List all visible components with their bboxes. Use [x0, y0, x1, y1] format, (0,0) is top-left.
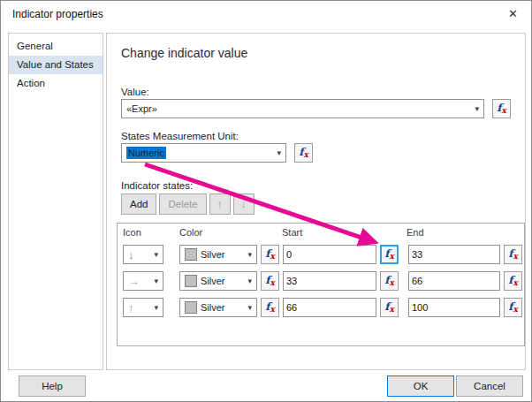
fx-letter-x: x	[513, 306, 517, 314]
fx-letter-x: x	[513, 279, 517, 287]
arrow-right-icon: →	[128, 276, 140, 287]
color-dropdown[interactable]: Silver ▾	[179, 271, 257, 291]
fx-letter-x: x	[389, 306, 393, 314]
indicator-properties-dialog: Indicator properties ✕ General Value and…	[0, 0, 532, 402]
arrow-up-icon: ↑	[128, 302, 134, 314]
chevron-down-icon: ▾	[272, 148, 281, 157]
chevron-down-icon: ▾	[149, 250, 158, 259]
color-swatch	[185, 301, 197, 314]
fx-letter-x: x	[270, 306, 274, 314]
fx-letter-x: x	[513, 253, 517, 261]
end-fx-button[interactable]: fx	[504, 245, 522, 264]
value-text: «Expr»	[126, 103, 157, 114]
table-row: → ▾ Silver ▾ fx fx fx	[123, 271, 524, 291]
sidebar-item-value-and-states[interactable]: Value and States	[9, 56, 103, 74]
start-input[interactable]	[283, 245, 376, 264]
color-dropdown[interactable]: Silver ▾	[179, 245, 257, 264]
fx-letter-x: x	[389, 253, 393, 261]
fx-icon: fx	[384, 275, 394, 287]
fx-letter-x: x	[270, 253, 274, 261]
grid-header-row: Icon Color Start End	[123, 227, 524, 238]
value-fx-button[interactable]: fx	[492, 99, 511, 118]
color-fx-button[interactable]: fx	[261, 298, 279, 317]
start-fx-button[interactable]: fx	[380, 245, 399, 264]
fx-letter-x: x	[501, 107, 505, 115]
column-header-color: Color	[179, 227, 282, 238]
cancel-button[interactable]: Cancel	[456, 375, 523, 397]
page-title: Change indicator value	[121, 46, 247, 60]
fx-icon: fx	[265, 301, 275, 314]
fx-letter-x: x	[389, 279, 393, 287]
table-row: ↑ ▾ Silver ▾ fx fx fx	[123, 298, 524, 317]
color-name: Silver	[201, 302, 225, 313]
table-row: ↓ ▾ Silver ▾ fx fx fx	[123, 245, 524, 264]
chevron-down-icon: ▾	[149, 277, 158, 285]
start-input[interactable]	[283, 298, 376, 317]
fx-icon: fx	[265, 248, 275, 261]
column-header-icon: Icon	[123, 227, 179, 238]
color-name: Silver	[201, 249, 225, 260]
fx-icon: fx	[265, 275, 275, 287]
fx-letter-x: x	[303, 151, 308, 159]
title-bar: Indicator properties ✕	[1, 1, 531, 27]
move-up-button[interactable]: ↑	[209, 193, 231, 215]
arrow-down-icon: ↓	[128, 249, 134, 261]
icon-dropdown[interactable]: ↑ ▾	[123, 298, 163, 317]
chevron-down-icon: ▾	[243, 277, 252, 285]
add-button[interactable]: Add	[121, 193, 156, 215]
unit-combobox[interactable]: Numeric ▾	[121, 143, 286, 163]
delete-button[interactable]: Delete	[159, 193, 206, 215]
help-button[interactable]: Help	[19, 375, 86, 397]
chevron-down-icon: ▾	[243, 250, 252, 259]
end-input[interactable]	[408, 245, 500, 264]
start-fx-button[interactable]: fx	[380, 298, 399, 317]
fx-icon: fx	[497, 102, 506, 115]
start-input[interactable]	[283, 271, 376, 291]
start-fx-button[interactable]: fx	[380, 271, 399, 291]
color-name: Silver	[201, 276, 225, 286]
states-toolbar: Add Delete ↑ ↓	[121, 193, 257, 215]
indicator-states-grid: Icon Color Start End ↓ ▾ Silver ▾ fx fx	[117, 223, 525, 346]
chevron-down-icon: ▾	[243, 303, 252, 312]
main-panel: Change indicator value Value: «Expr» ▾ f…	[106, 33, 526, 370]
color-dropdown[interactable]: Silver ▾	[179, 298, 257, 317]
chevron-down-icon: ▾	[149, 303, 158, 312]
fx-icon: fx	[384, 301, 394, 314]
column-header-start: Start	[282, 227, 407, 238]
fx-icon: fx	[508, 248, 518, 261]
sidebar-item-action[interactable]: Action	[9, 74, 103, 93]
value-label: Value:	[121, 87, 149, 97]
end-input[interactable]	[408, 298, 500, 317]
sidebar: General Value and States Action	[8, 33, 103, 370]
fx-letter-x: x	[270, 279, 274, 287]
sidebar-item-general[interactable]: General	[9, 37, 103, 56]
unit-label: States Measurement Unit:	[121, 131, 239, 141]
dialog-title: Indicator properties	[12, 8, 103, 20]
fx-icon: fx	[384, 248, 394, 261]
ok-button[interactable]: OK	[387, 375, 454, 397]
indicator-states-label: Indicator states:	[121, 180, 193, 191]
arrow-up-icon: ↑	[217, 199, 223, 209]
icon-dropdown[interactable]: ↓ ▾	[123, 245, 163, 264]
color-swatch	[185, 275, 197, 287]
fx-icon: fx	[299, 147, 308, 159]
close-icon[interactable]: ✕	[508, 7, 518, 20]
chevron-down-icon: ▾	[470, 104, 479, 113]
fx-icon: fx	[508, 301, 518, 314]
value-combobox[interactable]: «Expr» ▾	[121, 99, 484, 118]
color-fx-button[interactable]: fx	[261, 245, 279, 264]
arrow-down-icon: ↓	[241, 199, 247, 209]
fx-icon: fx	[508, 275, 518, 287]
color-fx-button[interactable]: fx	[261, 271, 279, 291]
end-input[interactable]	[408, 271, 500, 291]
column-header-end: End	[407, 227, 524, 238]
unit-fx-button[interactable]: fx	[294, 143, 313, 163]
move-down-button[interactable]: ↓	[233, 193, 255, 215]
icon-dropdown[interactable]: → ▾	[123, 271, 163, 291]
unit-text: Numeric	[126, 147, 166, 159]
end-fx-button[interactable]: fx	[504, 298, 522, 317]
end-fx-button[interactable]: fx	[504, 271, 522, 291]
color-swatch	[185, 248, 197, 261]
